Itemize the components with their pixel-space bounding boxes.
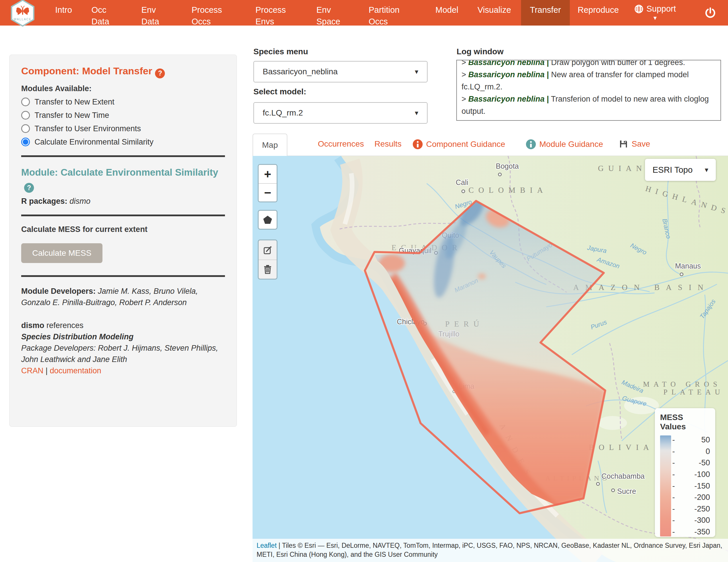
divider: [21, 275, 225, 277]
zoom-in-button[interactable]: +: [259, 165, 277, 183]
chevron-down-icon: ▾: [634, 14, 676, 22]
label-cali: Cali: [456, 178, 468, 186]
label-plateau: PLATEAU: [663, 388, 724, 396]
nav-env-space[interactable]: Env Space: [316, 4, 341, 27]
tab-results[interactable]: Results: [374, 139, 401, 149]
radio-icon: [21, 98, 30, 106]
top-navbar: WALLACE Intro Occ Data Env Data Process …: [0, 0, 728, 26]
tab-map[interactable]: Map: [253, 134, 287, 157]
save-icon: [619, 139, 628, 149]
references-block: dismo references Species Distribution Mo…: [21, 320, 225, 377]
nav-occ-data[interactable]: Occ Data: [91, 4, 112, 27]
butterfly-icon: [15, 6, 31, 17]
cran-link[interactable]: CRAN: [21, 366, 44, 375]
label-mato-grosso: MATO GROS: [643, 380, 721, 388]
model-select[interactable]: fc.LQ_rm.2 ▾: [253, 102, 428, 124]
mess-section-title: Calculate MESS for current extent: [21, 225, 225, 234]
documentation-link[interactable]: documentation: [50, 366, 101, 375]
edit-layers-button[interactable]: [259, 240, 277, 260]
tab-save[interactable]: Save: [619, 139, 650, 149]
info-icon: [526, 139, 536, 149]
radio-icon: [21, 124, 30, 133]
log-entry: > Bassaricyon neblina | Transferion of m…: [462, 93, 716, 117]
legend-tick: --300: [672, 516, 710, 525]
tab-module-guidance[interactable]: Module Guidance: [526, 139, 603, 149]
nav-reproduce[interactable]: Reproduce: [578, 4, 619, 16]
log-window[interactable]: > Bassaricyon neblina | Draw polygon wit…: [456, 60, 721, 121]
help-icon[interactable]: ?: [155, 69, 165, 78]
edit-icon: [263, 245, 273, 255]
chevron-down-icon: ▾: [415, 109, 418, 117]
trash-icon: [263, 264, 272, 274]
module-option-new-time[interactable]: Transfer to New Time: [21, 111, 225, 120]
chevron-down-icon: ▾: [415, 68, 418, 76]
wallace-logo[interactable]: WALLACE: [10, 0, 35, 27]
help-icon[interactable]: ?: [24, 183, 34, 193]
radio-icon: [21, 111, 30, 120]
module-option-environmental-similarity[interactable]: Calculate Environmental Similarity: [21, 138, 225, 147]
nav-transfer[interactable]: Transfer: [521, 0, 570, 26]
draw-polygon-button[interactable]: [258, 210, 277, 230]
module-option-new-extent[interactable]: Transfer to New Extent: [21, 98, 225, 107]
globe-icon: [634, 4, 644, 14]
tab-component-guidance[interactable]: Component Guidance: [413, 139, 505, 149]
divider: [21, 215, 225, 216]
zoom-out-button[interactable]: −: [259, 183, 277, 201]
map-attribution: Leaflet | Tiles © Esri — Esri, DeLorme, …: [253, 539, 728, 562]
legend-tick: --250: [672, 505, 710, 514]
nav-model[interactable]: Model: [435, 4, 458, 16]
r-packages: R packages: dismo: [21, 197, 225, 206]
component-title: Component: Model Transfer?: [21, 65, 225, 78]
support-label: Support: [646, 4, 676, 14]
legend-title: MESS Values: [660, 413, 710, 431]
label-sucre: Sucre: [617, 487, 636, 495]
edit-layers-control: [258, 239, 277, 280]
nav-partition-occs[interactable]: Partition Occs: [369, 4, 402, 27]
tab-occurrences[interactable]: Occurrences: [318, 139, 364, 149]
nav-env-data[interactable]: Env Data: [141, 4, 162, 27]
power-icon[interactable]: [704, 6, 717, 19]
legend-tick: --50: [672, 458, 710, 467]
nav-process-envs[interactable]: Process Envs: [255, 4, 288, 27]
leaflet-map[interactable]: COLOMBIA GUIANA HIGHLANDS AMAZON BASIN E…: [253, 156, 728, 562]
calculate-mess-button[interactable]: Calculate MESS: [21, 243, 102, 263]
select-model-label: Select model:: [253, 87, 306, 96]
nav-visualize[interactable]: Visualize: [477, 4, 511, 16]
logo-wordmark: WALLACE: [14, 18, 31, 21]
species-select[interactable]: Bassaricyon_neblina ▾: [253, 61, 428, 82]
divider: [21, 155, 225, 157]
module-title: Module: Calculate Environmental Similari…: [21, 166, 225, 193]
log-entry: > Bassaricyon neblina | New area of tran…: [462, 69, 716, 93]
module-developers: Module Developers: Jamie M. Kass, Bruno …: [21, 286, 225, 308]
pentagon-icon: [263, 215, 272, 224]
module-option-user-environments[interactable]: Transfer to User Environments: [21, 124, 225, 133]
nav-intro[interactable]: Intro: [55, 4, 72, 16]
label-bogota: Bogota: [496, 162, 519, 170]
delete-layers-button[interactable]: [259, 260, 277, 279]
zoom-control: + −: [258, 164, 277, 202]
nav-support[interactable]: Support ▾: [634, 4, 676, 22]
leaflet-link[interactable]: Leaflet: [257, 542, 277, 549]
legend-color-ramp: [660, 435, 671, 536]
legend-tick: --150: [672, 482, 710, 491]
log-entry: > Bassaricyon neblina | Draw polygon wit…: [462, 60, 716, 69]
basemap-select[interactable]: ESRI Topo ▾: [645, 159, 716, 181]
label-colombia: COLOMBIA: [468, 186, 547, 194]
legend-tick: -50: [672, 435, 710, 444]
legend-tick: --100: [672, 470, 710, 479]
legend-tick: --200: [672, 493, 710, 502]
mess-legend: MESS Values -50 -0 --50 --100 --150 --20…: [655, 408, 715, 537]
results-tabbar: Map Occurrences Results Component Guidan…: [253, 134, 728, 156]
info-icon: [413, 139, 423, 149]
label-cochabamba: Cochabamba: [601, 472, 645, 480]
label-manaus: Manaus: [675, 262, 701, 270]
chevron-down-icon: ▾: [705, 166, 708, 174]
modules-available-label: Modules Available:: [21, 84, 225, 93]
label-bolivia: BOLIVIA: [589, 443, 654, 452]
log-window-label: Log window: [457, 47, 504, 56]
nav-process-occs[interactable]: Process Occs: [192, 4, 224, 27]
species-menu-label: Species menu: [253, 47, 308, 56]
component-panel: Component: Model Transfer? Modules Avail…: [9, 55, 237, 427]
radio-checked-icon: [21, 138, 30, 146]
legend-tick: -0: [672, 447, 710, 456]
